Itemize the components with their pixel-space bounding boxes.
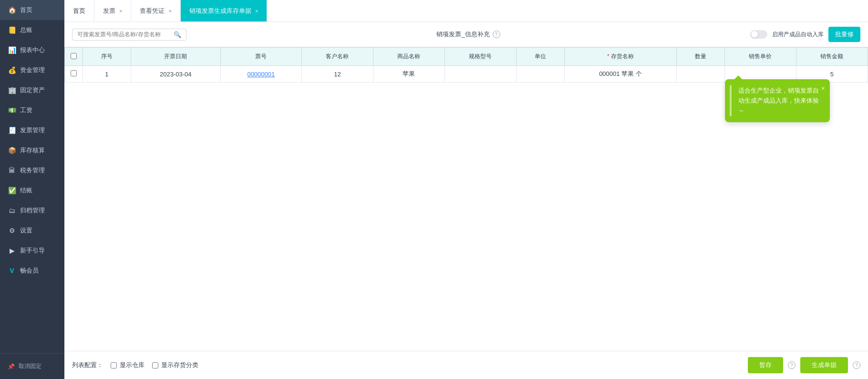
tab-voucher-label: 查看凭证 <box>140 7 165 15</box>
settings-icon: ⚙ <box>8 227 16 234</box>
closing-icon: ✅ <box>8 187 16 194</box>
assets-icon: 🏢 <box>8 86 16 94</box>
header-qty: 数量 <box>677 48 725 66</box>
header-unit: 单位 <box>517 48 565 66</box>
main-content: 首页 发票 × 查看凭证 × 销项发票生成库存单据 × 🔍 销项发票_信息补充 <box>64 0 868 379</box>
sidebar-label-guide: 新手引导 <box>20 246 45 255</box>
row-seq: 1 <box>83 66 131 83</box>
header-checkbox-cell <box>65 48 83 66</box>
auto-warehouse-toggle[interactable] <box>750 30 767 39</box>
sidebar-label-inventory: 库存核算 <box>20 146 45 155</box>
sidebar-label-archive: 归档管理 <box>20 206 45 215</box>
guide-icon: ▶ <box>8 247 16 254</box>
row-spec <box>444 66 516 83</box>
warehouse-checkbox[interactable] <box>111 362 117 368</box>
row-number[interactable]: 00000001 <box>220 66 301 83</box>
row-checkbox[interactable] <box>71 70 77 76</box>
row-inventory: 000001 苹果 个 <box>564 66 677 83</box>
tab-voucher[interactable]: 查看凭证 × <box>131 0 180 21</box>
generate-button[interactable]: 生成单据 <box>800 357 848 373</box>
sidebar-label-ledger: 总账 <box>20 26 32 34</box>
pin-toggle[interactable]: 📌 取消固定 <box>0 358 64 375</box>
sidebar-item-guide[interactable]: ▶ 新手引导 <box>0 241 64 261</box>
data-table: 序号 开票日期 票号 客户名称 商品名称 规格型号 单位 存货名称 数量 销售单… <box>64 47 868 83</box>
tab-home-label: 首页 <box>73 7 85 15</box>
sidebar-item-closing[interactable]: ✅ 结账 <box>0 180 64 200</box>
sidebar-label-tax: 税务管理 <box>20 166 45 175</box>
toolbar: 🔍 销项发票_信息补充 ? 启用产成品自动入库 批量修 <box>64 22 868 47</box>
sidebar-item-archive[interactable]: 🗂 归档管理 <box>0 200 64 221</box>
row-unit <box>517 66 565 83</box>
payroll-icon: 💵 <box>8 106 16 114</box>
inventory-icon: 📦 <box>8 147 16 154</box>
tooltip-popup: × 适合生产型企业，销项发票自动生成产成品入库，快来体验～ <box>725 79 830 122</box>
tab-invoice[interactable]: 发票 × <box>94 0 131 21</box>
footer-right: 暂存 ? 生成单据 ? <box>748 357 860 373</box>
sidebar-item-reports[interactable]: 📊 报表中心 <box>0 40 64 60</box>
footer: 列表配置： 显示仓库 显示存货分类 暂存 ? 生成单据 ? <box>64 351 868 379</box>
save-button[interactable]: 暂存 <box>748 357 783 373</box>
header-product: 商品名称 <box>373 48 444 66</box>
tab-home[interactable]: 首页 <box>64 0 94 21</box>
tab-bar: 首页 发票 × 查看凭证 × 销项发票生成库存单据 × <box>64 0 868 22</box>
sidebar-item-tax[interactable]: 🏛 税务管理 <box>0 160 64 180</box>
warehouse-checkbox-label[interactable]: 显示仓库 <box>111 361 145 369</box>
category-checkbox-label[interactable]: 显示存货分类 <box>152 361 198 369</box>
warehouse-label: 显示仓库 <box>120 361 145 369</box>
header-spec: 规格型号 <box>444 48 516 66</box>
invoice-icon: 🧾 <box>8 126 16 134</box>
search-box[interactable]: 🔍 <box>72 29 186 41</box>
category-label: 显示存货分类 <box>161 361 198 369</box>
sidebar-item-home[interactable]: 🏠 首页 <box>0 0 64 20</box>
config-label: 列表配置： <box>72 361 103 369</box>
tab-invoice-close[interactable]: × <box>119 8 122 14</box>
archive-icon: 🗂 <box>8 207 16 214</box>
tax-icon: 🏛 <box>8 167 16 174</box>
home-icon: 🏠 <box>8 6 16 14</box>
sidebar-item-payroll[interactable]: 💵 工资 <box>0 100 64 120</box>
search-input[interactable] <box>77 31 171 38</box>
sidebar-label-invoice: 发票管理 <box>20 126 45 135</box>
tooltip-close-button[interactable]: × <box>821 83 825 94</box>
sidebar-label-member: 畅会员 <box>20 266 39 275</box>
header-unit-price: 销售单价 <box>724 48 796 66</box>
sidebar-item-inventory[interactable]: 📦 库存核算 <box>0 140 64 160</box>
tooltip-bar <box>730 85 732 116</box>
sidebar-item-member[interactable]: V 畅会员 <box>0 261 64 281</box>
toggle-thumb <box>751 31 758 38</box>
save-info-icon[interactable]: ? <box>788 361 796 369</box>
sidebar-label-closing: 结账 <box>20 186 32 195</box>
select-all-checkbox[interactable] <box>71 53 77 59</box>
sidebar-item-settings[interactable]: ⚙ 设置 <box>0 221 64 241</box>
category-checkbox[interactable] <box>152 362 158 368</box>
header-inventory: 存货名称 <box>564 48 677 66</box>
row-product: 苹果 <box>373 66 444 83</box>
sidebar-item-ledger[interactable]: 📒 总账 <box>0 20 64 40</box>
sidebar-bottom: 📌 取消固定 <box>0 353 64 379</box>
header-amount: 销售金额 <box>796 48 868 66</box>
pin-icon: 📌 <box>8 363 15 370</box>
info-icon[interactable]: ? <box>493 31 500 38</box>
generate-info-icon[interactable]: ? <box>853 361 860 369</box>
toggle-track[interactable] <box>750 30 767 39</box>
sidebar-label-home: 首页 <box>20 6 32 14</box>
row-qty <box>677 66 725 83</box>
sidebar-label-reports: 报表中心 <box>20 46 45 54</box>
header-customer: 客户名称 <box>301 48 373 66</box>
sidebar: 🏠 首页 📒 总账 📊 报表中心 💰 资金管理 🏢 固定资产 💵 工资 🧾 发票… <box>0 0 64 379</box>
ledger-icon: 📒 <box>8 26 16 34</box>
row-customer: 12 <box>301 66 373 83</box>
funds-icon: 💰 <box>8 66 16 74</box>
sidebar-item-funds[interactable]: 💰 资金管理 <box>0 60 64 80</box>
tab-voucher-close[interactable]: × <box>168 8 171 14</box>
batch-button[interactable]: 批量修 <box>828 27 860 42</box>
sidebar-label-settings: 设置 <box>20 226 32 235</box>
search-icon: 🔍 <box>174 31 181 38</box>
header-seq: 序号 <box>83 48 131 66</box>
toolbar-right: 启用产成品自动入库 批量修 <box>750 27 860 42</box>
sidebar-item-invoice[interactable]: 🧾 发票管理 <box>0 120 64 140</box>
sidebar-label-assets: 固定资产 <box>20 86 45 95</box>
sidebar-item-assets[interactable]: 🏢 固定资产 <box>0 80 64 100</box>
tab-generate[interactable]: 销项发票生成库存单据 × <box>181 0 267 21</box>
tab-generate-close[interactable]: × <box>255 8 258 14</box>
